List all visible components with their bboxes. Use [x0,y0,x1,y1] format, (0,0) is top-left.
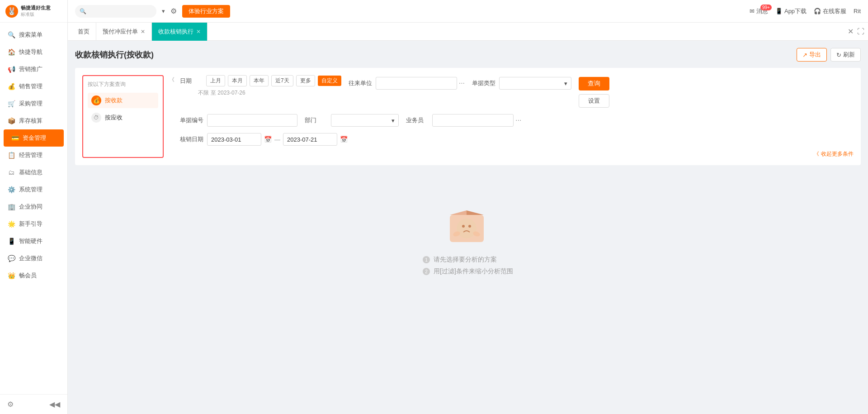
date-btn-more[interactable]: 更多 [296,75,315,86]
calendar-end-icon[interactable]: 📅 [340,136,348,143]
sidebar-logo: 🐰 畅捷通好生意 标准版 [0,0,67,23]
main-area: 🔍 ▾ ⚙ 体验行业方案 ✉ 消息 99+ 📱 App下载 🎧 在线客服 Rit [68,0,868,414]
close-tab-icon[interactable]: ✕ [848,27,854,36]
collection-scheme-icon: 💰 [91,95,101,105]
empty-text-group: 1 请先选择要分析的方案 2 用[过滤]条件来缩小分析范围 [423,256,513,276]
sidebar-item-search[interactable]: 🔍 搜索菜单 [0,26,67,43]
verify-date-start-input[interactable] [207,133,261,146]
date-btn-this-year[interactable]: 本年 [250,75,269,86]
tab-prepay[interactable]: 预付冲应付单 ✕ [96,23,152,41]
system-icon: ⚙️ [7,186,15,194]
tab-bar: 首页 预付冲应付单 ✕ 收款核销执行 ✕ ✕ ⛶ [68,23,868,41]
sales-icon: 💰 [7,82,15,90]
enterprise-icon: 🏢 [7,203,15,211]
sidebar-item-marketing[interactable]: 📢 营销推广 [0,61,67,78]
salesperson-label: 业务员 [406,116,429,124]
sidebar-item-finance[interactable]: 💳 资金管理 [4,129,64,147]
sidebar-item-quicknav[interactable]: 🏠 快捷导航 [0,43,67,61]
sidebar-item-sales[interactable]: 💰 销售管理 [0,78,67,95]
sidebar-item-system[interactable]: ⚙️ 系统管理 [0,181,67,198]
page-title: 收款核销执行(按收款) [75,49,154,60]
tab-close-collection-icon[interactable]: ✕ [196,29,201,35]
basic-info-icon: 🗂 [7,168,15,176]
dept-select-arrow-icon: ▾ [392,117,395,124]
inventory-icon: 📦 [7,117,15,125]
search-icon: 🔍 [80,8,86,14]
counterparty-dots-icon[interactable]: ··· [459,79,465,87]
collapse-sidebar-icon[interactable]: ◀◀ [49,400,60,409]
sidebar: 🐰 畅捷通好生意 标准版 🔍 搜索菜单 🏠 快捷导航 📢 营销推广 💰 销售管理… [0,0,68,414]
salesperson-input[interactable] [432,114,514,127]
export-button[interactable]: ↗ 导出 [797,48,827,62]
sidebar-item-basic-info[interactable]: 🗂 基础信息 [0,164,67,181]
sidebar-item-guide[interactable]: 🌟 新手引导 [0,215,67,233]
empty-state: 1 请先选择要分析的方案 2 用[过滤]条件来缩小分析范围 [75,165,861,312]
verify-date-end-input[interactable] [283,133,337,146]
sidebar-item-purchase[interactable]: 🛒 采购管理 [0,95,67,112]
content-area: 收款核销执行(按收款) ↗ 导出 ↻ 刷新 按以下方案查询 💰 按收款 [68,41,868,414]
salesperson-dots-icon[interactable]: ··· [515,116,521,124]
tab-collection[interactable]: 收款核销执行 ✕ [152,23,208,41]
svg-marker-1 [450,210,467,215]
date-btn-this-month[interactable]: 本月 [228,75,247,86]
sidebar-item-enterprise[interactable]: 🏢 企业协同 [0,198,67,215]
tab-home[interactable]: 首页 [71,23,96,41]
guide-icon: 🌟 [7,220,15,228]
topbar: 🔍 ▾ ⚙ 体验行业方案 ✉ 消息 99+ 📱 App下载 🎧 在线客服 Rit [68,0,868,23]
svg-marker-2 [467,210,484,215]
setting-button[interactable]: 设置 [579,94,609,108]
user-name[interactable]: Rit [854,8,861,14]
doc-no-label: 单据编号 [180,116,203,124]
doc-type-select[interactable]: ▾ [499,77,571,90]
online-service-button[interactable]: 🎧 在线客服 [814,7,846,15]
headset-icon: 🎧 [814,8,821,14]
search-icon: 🔍 [7,31,15,39]
search-bar[interactable]: 🔍 [75,5,156,18]
select-arrow-icon: ▾ [564,80,567,87]
app-download-button[interactable]: 📱 App下载 [775,7,807,15]
filter-option-by-collection[interactable]: 💰 按收款 [88,93,158,108]
member-icon: 👑 [7,271,15,280]
topbar-gear-icon[interactable]: ⚙ [170,7,177,15]
receivable-scheme-icon: ⏱ [91,113,101,123]
dept-select[interactable]: ▾ [331,114,399,127]
date-custom-badge[interactable]: 自定义 [318,76,341,86]
sidebar-item-hardware[interactable]: 📱 智能硬件 [0,233,67,250]
counterparty-input[interactable] [376,77,457,90]
maximize-icon[interactable]: ⛶ [857,28,864,36]
wechat-icon: 💬 [7,254,15,262]
doc-no-input[interactable] [207,114,297,127]
date-btn-7days[interactable]: 近7天 [271,75,293,86]
date-buttons: 上月 本月 本年 近7天 更多 自定义 [206,75,341,86]
calendar-start-icon[interactable]: 📅 [264,136,272,143]
filter-option-by-receivable[interactable]: ⏱ 按应收 [88,110,158,125]
hardware-icon: 📱 [7,237,15,245]
svg-point-3 [457,219,476,238]
settings-icon[interactable]: ⚙ [7,400,14,409]
filter-scheme-panel: 按以下方案查询 💰 按收款 ⏱ 按应收 [82,75,164,158]
dept-label: 部门 [305,116,327,124]
sidebar-item-management[interactable]: 📋 经营管理 [0,147,67,164]
message-button[interactable]: ✉ 消息 99+ [750,7,768,15]
tab-close-prepay-icon[interactable]: ✕ [141,29,145,35]
sidebar-nav: 🔍 搜索菜单 🏠 快捷导航 📢 营销推广 💰 销售管理 🛒 采购管理 📦 库存核… [0,23,67,394]
date-to-text: 至 2023-07-26 [211,89,245,97]
query-button[interactable]: 查询 [579,77,609,90]
sidebar-item-inventory[interactable]: 📦 库存核算 [0,112,67,129]
empty-step-2: 2 用[过滤]条件来缩小分析范围 [423,267,513,276]
home-icon: 🏠 [7,48,15,56]
collapse-more-button[interactable]: 《 收起更多条件 [180,150,854,158]
solution-button[interactable]: 体验行业方案 [182,5,230,18]
empty-illustration [441,201,495,247]
sidebar-item-member[interactable]: 👑 畅会员 [0,267,67,284]
topbar-right: ✉ 消息 99+ 📱 App下载 🎧 在线客服 Rit [750,7,861,15]
date-btn-last-month[interactable]: 上月 [206,75,225,86]
filter-collapse-icon[interactable]: 《 [169,76,175,84]
sidebar-item-wechat[interactable]: 💬 企业微信 [0,250,67,267]
phone-icon: 📱 [775,8,783,14]
verify-date-label: 核销日期 [180,135,203,143]
dropdown-arrow-icon[interactable]: ▾ [162,8,165,14]
marketing-icon: 📢 [7,65,15,73]
filter-scheme-title: 按以下方案查询 [88,81,158,88]
refresh-button[interactable]: ↻ 刷新 [830,48,861,62]
